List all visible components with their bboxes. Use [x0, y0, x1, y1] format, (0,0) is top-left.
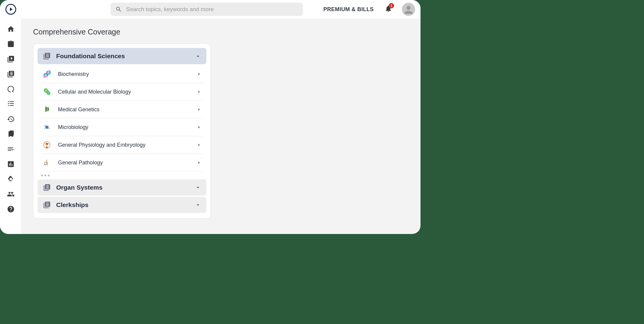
chevron-right-icon [196, 71, 202, 77]
premium-link[interactable]: PREMIUM & BILLS [324, 6, 374, 13]
chevron-up-icon [195, 53, 201, 59]
search-bar[interactable] [111, 3, 303, 16]
library-icon[interactable] [7, 70, 15, 78]
topbar: PREMIUM & BILLS 1 [0, 0, 421, 19]
group-icon[interactable] [7, 190, 15, 198]
svg-point-7 [46, 160, 47, 161]
microbe-icon [42, 123, 51, 132]
chevron-right-icon [196, 142, 202, 148]
chevron-down-icon [195, 184, 201, 190]
topic-label: General Physiology and Embryology [58, 142, 190, 148]
svg-point-1 [44, 125, 45, 126]
topic-label: Biochemistry [58, 71, 190, 77]
notes-icon[interactable] [7, 145, 15, 153]
topic-general-physiology-embryology[interactable]: General Physiology and Embryology [41, 136, 203, 154]
person-icon [402, 4, 415, 16]
section-foundational-sciences[interactable]: Foundational Sciences [38, 48, 206, 64]
topic-general-pathology[interactable]: General Pathology [41, 154, 203, 172]
library-books-icon [43, 52, 51, 60]
chromosomes-icon [42, 105, 51, 114]
library-books-icon [43, 184, 51, 191]
notifications-button[interactable]: 1 [384, 5, 392, 14]
help-icon[interactable] [7, 205, 15, 213]
virus-icon[interactable] [7, 175, 15, 183]
topic-biochemistry[interactable]: 🧬 Biochemistry [41, 65, 203, 83]
vitruvian-icon [42, 140, 51, 149]
svg-point-4 [49, 128, 50, 129]
topic-cellular-molecular-biology[interactable]: 🦠 Cellular and Molecular Biology [41, 83, 203, 101]
topic-microbiology[interactable]: Microbiology [41, 118, 203, 136]
video-library-icon[interactable] [7, 55, 15, 63]
search-input[interactable] [126, 6, 298, 13]
chevron-right-icon [196, 89, 202, 94]
history-icon[interactable] [7, 115, 15, 123]
cell-icon: 🦠 [42, 87, 51, 96]
svg-point-2 [48, 125, 49, 126]
chevron-right-icon [196, 160, 202, 165]
logo[interactable] [5, 4, 16, 15]
section-title: Foundational Sciences [56, 52, 190, 60]
avatar[interactable] [402, 3, 415, 16]
notification-badge: 1 [389, 3, 394, 8]
chevron-right-icon [196, 107, 202, 112]
topic-label: Microbiology [58, 124, 190, 130]
body-lens-icon [42, 158, 51, 167]
page-title: Comprehensive Coverage [33, 28, 409, 36]
topic-label: Medical Genetics [58, 106, 190, 113]
topic-medical-genetics[interactable]: Medical Genetics [41, 101, 203, 118]
section-title: Organ Systems [56, 184, 190, 191]
search-icon [115, 6, 122, 13]
section-organ-systems[interactable]: Organ Systems [38, 179, 206, 196]
more-topics-indicator[interactable] [38, 172, 206, 179]
dna-flask-icon: 🧬 [42, 70, 51, 79]
section-title: Clerkships [56, 201, 190, 208]
topic-label: General Pathology [58, 160, 190, 166]
app-window: PREMIUM & BILLS 1 Comprehen [0, 0, 421, 234]
bookmarks-icon[interactable] [7, 130, 15, 138]
chevron-right-icon [196, 124, 202, 130]
section-clerkships[interactable]: Clerkships [38, 197, 206, 213]
coverage-panel: Foundational Sciences 🧬 Biochemistry 🦠 C… [33, 44, 211, 219]
plan-icon[interactable] [7, 100, 15, 108]
library-books-icon [43, 201, 51, 209]
quiz-icon[interactable] [7, 85, 15, 93]
sidebar [0, 19, 22, 234]
topic-label: Cellular and Molecular Biology [58, 89, 190, 95]
home-icon[interactable] [7, 25, 15, 33]
svg-point-0 [45, 126, 49, 129]
svg-point-3 [44, 128, 45, 129]
clipboard-icon[interactable] [7, 40, 15, 48]
main-content: Comprehensive Coverage Foundational Scie… [22, 19, 421, 234]
stats-icon[interactable] [7, 160, 15, 168]
chevron-down-icon [195, 202, 201, 208]
